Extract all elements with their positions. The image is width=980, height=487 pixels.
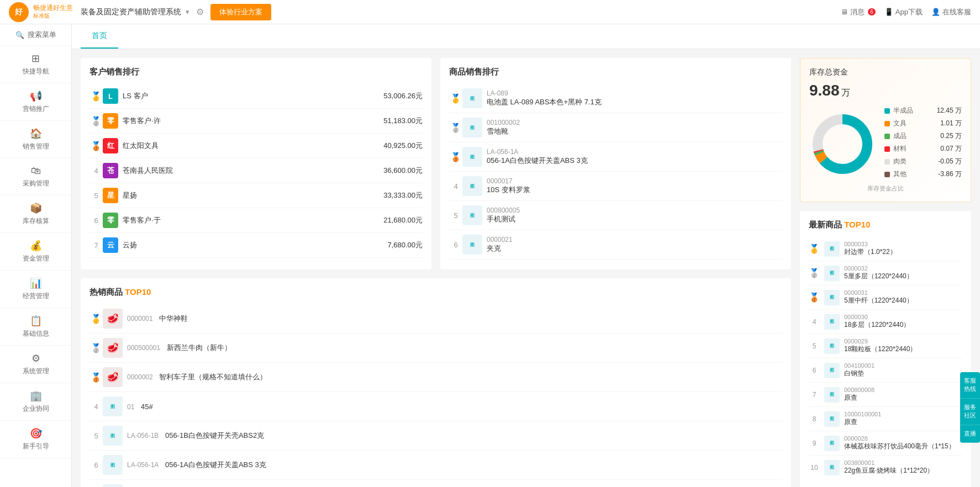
product-code: 000800005: [487, 207, 782, 214]
legend-name: 其他: [893, 170, 935, 179]
new-product-item: 🥇 图 0000033 封边带（1.0*22）: [809, 237, 962, 261]
customer-name: 零售客户·许: [123, 116, 383, 126]
top-lists-row: 客户销售排行 🥇 L LS 客户 53,006.26元 🥈 零 零售客户·许 5…: [81, 58, 791, 269]
sidebar-item-inventory[interactable]: 📦 库存核算: [0, 195, 71, 233]
guide-icon: 🎯: [30, 427, 42, 440]
rank-number: 🥉: [89, 372, 103, 383]
customer-amount: 53,006.26元: [383, 91, 423, 101]
float-btn-direct[interactable]: 直播: [960, 425, 980, 443]
legend-name: 成品: [893, 131, 937, 141]
product-thumb: 🥩: [103, 309, 123, 329]
logo-text-area: 畅捷通好生意 标准版: [33, 4, 73, 20]
customer-name: 零售客户·于: [123, 215, 383, 225]
product-info: 0000002 智利车子里（规格不知道填什么）: [127, 372, 782, 382]
legend-name: 文具: [893, 119, 937, 128]
product-info: 0000021 夹克: [487, 236, 782, 253]
dropdown-arrow-icon[interactable]: ▾: [186, 8, 189, 16]
rank-number: 6: [449, 241, 462, 249]
product-thumb: 图: [462, 147, 482, 167]
hot-products-top10: TOP10: [125, 287, 151, 297]
customer-list-item: 5 星 星扬 33,333.00元: [89, 183, 423, 208]
hot-product-item: 🥇 🥩 0000001 中华神鞋: [89, 304, 782, 334]
service-label: 在线客服: [942, 7, 971, 17]
product-info: 10000100001 原查: [844, 411, 962, 427]
sidebar-item-quick-nav[interactable]: ⊞ 快捷导航: [0, 46, 71, 83]
customer-amount: 40,925.00元: [383, 141, 423, 151]
content-area: 客户销售排行 🥇 L LS 客户 53,006.26元 🥈 零 零售客户·许 5…: [72, 49, 980, 487]
main-content: 首页 客户销售排行 🥇 L LS 客户 53,006.26元 🥈 零 零售客户·…: [72, 24, 980, 487]
float-btn-service[interactable]: 客服热线: [960, 372, 980, 399]
inventory-amount: 9.88: [809, 82, 840, 99]
customer-list-item: 4 苍 苍南县人民医院 36,600.00元: [89, 158, 423, 183]
product-code: 0000031: [844, 289, 962, 296]
sales-icon: 🏠: [30, 128, 42, 140]
product-code: 10000100001: [844, 411, 962, 417]
chart-sub: 库存资金占比: [809, 184, 962, 193]
legend-item: 半成品 12.45 万: [884, 106, 962, 115]
product-name: 体械荔枝味苏打饮品400毫升（1*15）: [844, 442, 962, 451]
product-thumb: 图: [824, 338, 840, 354]
sidebar-item-purchase[interactable]: 🛍 采购管理: [0, 158, 71, 195]
settings-icon[interactable]: ⚙: [196, 7, 204, 17]
legend-item: 成品 0.25 万: [884, 131, 962, 141]
legend-item: 其他 -3.86 万: [884, 170, 962, 179]
sidebar-item-marketing[interactable]: 📢 营销推广: [0, 83, 71, 121]
search-icon: 🔍: [15, 31, 24, 39]
app-icon: 📱: [884, 8, 893, 16]
product-info: LA-089 电池盖 LA-089 ABS本色+黑种 7.1克: [487, 89, 782, 107]
system-name: 装备及固定资产辅助管理系统: [81, 7, 181, 17]
product-sales-item: 4 图 0000017 10S 变料罗浆: [449, 172, 782, 201]
legend-value: -3.86 万: [938, 170, 962, 179]
product-thumb: 图: [824, 266, 840, 281]
product-name: 夹克: [487, 244, 782, 253]
sidebar-item-basic[interactable]: 📋 基础信息: [0, 308, 71, 346]
operations-label: 经营管理: [23, 292, 49, 301]
message-btn[interactable]: 🖥 消息 6: [841, 7, 876, 17]
new-product-item: 🥉 图 0000031 5厘中纤（1220*2440）: [809, 285, 962, 310]
trial-button[interactable]: 体验行业方案: [210, 4, 271, 20]
product-thumb: 图: [103, 426, 123, 446]
product-code: 003800001: [844, 459, 962, 466]
product-thumb: 图: [824, 241, 840, 257]
sidebar-item-guide[interactable]: 🎯 新手引导: [0, 421, 71, 458]
customer-list-item: 8 肖 肖总 7,563.00元: [89, 258, 423, 261]
rank-number: 5: [449, 211, 462, 220]
finance-icon: 💰: [30, 240, 42, 252]
product-code: 0000030: [844, 314, 962, 320]
rank-number: 6: [809, 367, 820, 374]
new-product-item: 10 图 003800001 22g鱼豆腐·烧烤味（1*12*20）: [809, 456, 962, 479]
hot-products-title: 热销商品 TOP10: [89, 287, 782, 298]
online-service-btn[interactable]: 👤 在线客服: [931, 7, 971, 17]
legend-item: 文具 1.01 万: [884, 119, 962, 128]
chart-legend: 半成品 12.45 万 文具 1.01 万 成品 0.25 万 材料 0.07 …: [884, 106, 962, 182]
rank-number: 🥇: [809, 244, 820, 254]
sidebar-item-finance[interactable]: 💰 资金管理: [0, 233, 71, 271]
new-product-item: 9 图 0000028 体械荔枝味苏打饮品400毫升（1*15）: [809, 431, 962, 456]
sidebar-item-operations[interactable]: 📊 经营管理: [0, 271, 71, 308]
product-name: 电池盖 LA-089 ABS本色+黑种 7.1克: [487, 97, 782, 107]
tab-home[interactable]: 首页: [81, 24, 118, 49]
legend-dot: [884, 172, 890, 177]
rank-number: 🥉: [89, 141, 103, 151]
customer-amount: 21,680.00元: [383, 215, 423, 225]
customer-list-item: 🥉 红 红太阳文具 40,925.00元: [89, 134, 423, 158]
product-code: 0000029: [844, 338, 962, 345]
sidebar-item-system[interactable]: ⚙ 系统管理: [0, 346, 71, 383]
search-menu-btn[interactable]: 🔍 搜索菜单: [0, 24, 71, 46]
customer-name: 红太阳文具: [123, 141, 383, 151]
float-btn-community[interactable]: 服务社区: [960, 399, 980, 425]
content-right: 库存总资金 9.88 万: [800, 58, 971, 487]
app-download-btn[interactable]: 📱 App下载: [884, 7, 923, 17]
sales-label: 销售管理: [23, 142, 49, 151]
product-info: LA-056-1B 056-1B白色按键开关壳ABS2克: [127, 431, 782, 441]
content-left: 客户销售排行 🥇 L LS 客户 53,006.26元 🥈 零 零售客户·许 5…: [81, 58, 791, 487]
sidebar-item-company[interactable]: 🏢 企业协同: [0, 383, 71, 421]
customer-avatar: 零: [103, 113, 118, 129]
legend-item: 肉类 -0.05 万: [884, 157, 962, 166]
purchase-icon: 🛍: [31, 165, 41, 177]
product-code: 0000021: [487, 236, 782, 244]
sidebar-item-sales[interactable]: 🏠 销售管理: [0, 121, 71, 158]
product-info: 0000029 18颗粒板（1220*2440）: [844, 338, 962, 354]
customer-avatar: L: [103, 88, 118, 104]
legend-value: 1.01 万: [940, 119, 962, 128]
